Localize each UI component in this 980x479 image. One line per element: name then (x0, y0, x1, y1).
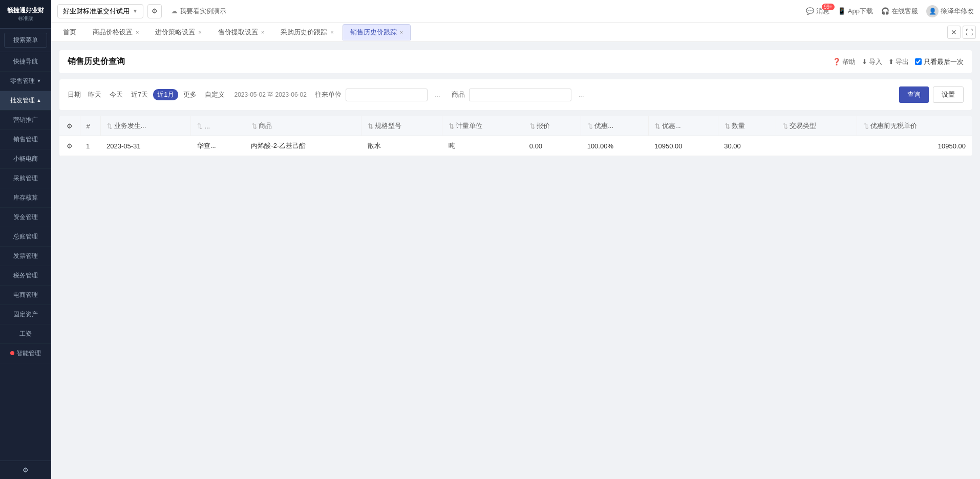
date-options: 昨天 今天 近7天 近1月 更多 自定义 (85, 89, 228, 100)
sidebar-item-wholesale[interactable]: 批发管理 (0, 91, 51, 111)
sidebar-item-quick-nav[interactable]: 快捷导航 (0, 52, 51, 72)
online-support-button[interactable]: 🎧 在线客服 (881, 7, 918, 16)
settings-button[interactable]: 设置 (933, 86, 964, 103)
sidebar-settings-button[interactable]: ⚙ (0, 461, 51, 479)
query-button[interactable]: 查询 (899, 86, 929, 103)
data-table: ⚙ # ⇅ 业务发生... ⇅ (59, 116, 972, 156)
close-icon[interactable]: × (136, 29, 139, 35)
message-button[interactable]: 💬 消息 99+ (806, 7, 829, 16)
export-link[interactable]: ⬆ 导出 (888, 57, 909, 67)
goods-more-button[interactable]: ... (576, 90, 587, 100)
tab-label: 采购历史价跟踪 (281, 28, 327, 37)
row-discount-price: 10950.00 (648, 136, 718, 156)
user-menu[interactable]: 👤 徐泽华修改 (926, 5, 974, 17)
date-opt-more[interactable]: 更多 (180, 89, 200, 100)
column-sort-icon: ⇅ (449, 122, 454, 130)
column-sort-icon: ⇅ (197, 122, 203, 130)
avatar: 👤 (926, 5, 939, 17)
th-unit-label: 计量单位 (456, 121, 482, 130)
th-goods[interactable]: ⇅ 商品 (245, 116, 361, 136)
gear-icon: ⚙ (67, 122, 73, 130)
sidebar-item-smart[interactable]: 智能管理 (0, 344, 51, 363)
import-icon: ⬇ (862, 58, 867, 66)
th-quantity-label: 数量 (732, 121, 745, 130)
help-icon: ❓ (833, 58, 841, 66)
tabbar: 首页 商品价格设置 × 进价策略设置 × 售价提取设置 × 采购历史价跟踪 × … (51, 23, 980, 42)
date-opt-last1m[interactable]: 近1月 (153, 89, 178, 100)
sidebar-item-label: 快捷导航 (13, 57, 38, 66)
th-unit[interactable]: ⇅ 计量单位 (442, 116, 523, 136)
close-icon[interactable]: × (330, 29, 333, 35)
goods-input[interactable] (469, 89, 571, 101)
row-transaction-type (776, 136, 857, 156)
sidebar-item-ecommerce[interactable]: 电商管理 (0, 286, 51, 305)
close-icon[interactable]: × (400, 29, 403, 35)
th-date[interactable]: ⇅ 业务发生... (100, 116, 191, 136)
expand-button[interactable]: ⛶ (963, 26, 976, 39)
th-discount-rate[interactable]: ⇅ 优惠... (581, 116, 649, 136)
th-quantity[interactable]: ⇅ 数量 (718, 116, 776, 136)
tab-price-extract[interactable]: 售价提取设置 × (210, 24, 272, 40)
sidebar-item-label: 电商管理 (13, 291, 38, 299)
column-sort-icon: ⇅ (587, 122, 593, 130)
th-pretax-price[interactable]: ⇅ 优惠前无税单价 (857, 116, 972, 136)
close-tab-button[interactable]: ✕ (947, 26, 961, 39)
demo-link[interactable]: ☁ 我要看实例演示 (166, 5, 231, 18)
date-opt-custom[interactable]: 自定义 (202, 89, 228, 100)
row-date: 2023-05-31 (100, 136, 191, 156)
sidebar-item-inventory[interactable]: 库存核算 (0, 188, 51, 208)
th-extra[interactable]: ⇅ ... (191, 116, 245, 136)
version-selector[interactable]: 好业财标准版交付试用 ▼ (57, 4, 143, 18)
th-price[interactable]: ⇅ 报价 (523, 116, 581, 136)
th-transaction-type-label: 交易类型 (790, 121, 816, 130)
tab-price-setting[interactable]: 商品价格设置 × (85, 24, 146, 40)
topbar-gear-button[interactable]: ⚙ (147, 4, 162, 18)
column-sort-icon: ⇅ (655, 122, 661, 130)
tabbar-actions: ✕ ⛶ (947, 26, 976, 39)
date-opt-today[interactable]: 今天 (106, 89, 126, 100)
sidebar-item-salary[interactable]: 工资 (0, 324, 51, 344)
app-download-icon: 📱 (838, 7, 846, 15)
tab-purchase-strategy[interactable]: 进价策略设置 × (147, 24, 209, 40)
th-transaction-type[interactable]: ⇅ 交易类型 (776, 116, 857, 136)
sidebar-item-sales[interactable]: 销售管理 (0, 130, 51, 149)
tab-sales-history[interactable]: 销售历史价跟踪 × (343, 24, 411, 40)
sidebar-item-marketing[interactable]: 营销推广 (0, 111, 51, 130)
date-opt-last7[interactable]: 近7天 (128, 89, 151, 100)
close-icon[interactable]: × (261, 29, 264, 35)
sidebar-item-invoice[interactable]: 发票管理 (0, 247, 51, 266)
version-selector-text: 好业财标准版交付试用 (63, 7, 130, 16)
supplier-more-button[interactable]: ... (432, 90, 443, 100)
date-filter-label: 日期 (68, 90, 81, 99)
sidebar-item-general-ledger[interactable]: 总账管理 (0, 227, 51, 247)
search-menu-button[interactable]: 搜索菜单 (4, 33, 47, 48)
th-spec[interactable]: ⇅ 规格型号 (361, 116, 442, 136)
column-sort-icon: ⇅ (863, 122, 869, 130)
sidebar-item-label: 销售管理 (13, 135, 38, 144)
row-gear-icon[interactable]: ⚙ (67, 142, 73, 150)
tab-label: 销售历史价跟踪 (350, 28, 397, 37)
date-opt-yesterday[interactable]: 昨天 (85, 89, 104, 100)
row-spec: 散水 (361, 136, 442, 156)
tab-purchase-history[interactable]: 采购历史价跟踪 × (273, 24, 341, 40)
supplier-input[interactable] (346, 89, 428, 101)
sidebar-item-retail[interactable]: 零售管理 (0, 72, 51, 91)
smart-dot-indicator (10, 351, 14, 355)
close-icon[interactable]: × (198, 29, 201, 35)
sidebar-item-tax[interactable]: 税务管理 (0, 266, 51, 286)
sidebar-item-fixed-assets[interactable]: 固定资产 (0, 305, 51, 324)
settings-icon: ⚙ (23, 466, 29, 474)
help-link[interactable]: ❓ 帮助 (833, 57, 856, 67)
last-once-checkbox[interactable] (915, 58, 922, 65)
sidebar-item-small-ecommerce[interactable]: 小畅电商 (0, 149, 51, 169)
app-download-button[interactable]: 📱 App下载 (838, 7, 873, 16)
th-discount-price[interactable]: ⇅ 优惠... (648, 116, 718, 136)
sidebar-logo: 畅捷通好业财 标准版 (0, 0, 51, 29)
row-num: 1 (80, 136, 100, 156)
sidebar-item-finance[interactable]: 资金管理 (0, 208, 51, 227)
sidebar-item-purchase[interactable]: 采购管理 (0, 169, 51, 188)
tab-home[interactable]: 首页 (55, 24, 84, 40)
sidebar-item-label: 库存核算 (13, 193, 38, 202)
import-link[interactable]: ⬇ 导入 (862, 57, 882, 67)
last-once-checkbox-label[interactable]: 只看最后一次 (915, 57, 964, 67)
